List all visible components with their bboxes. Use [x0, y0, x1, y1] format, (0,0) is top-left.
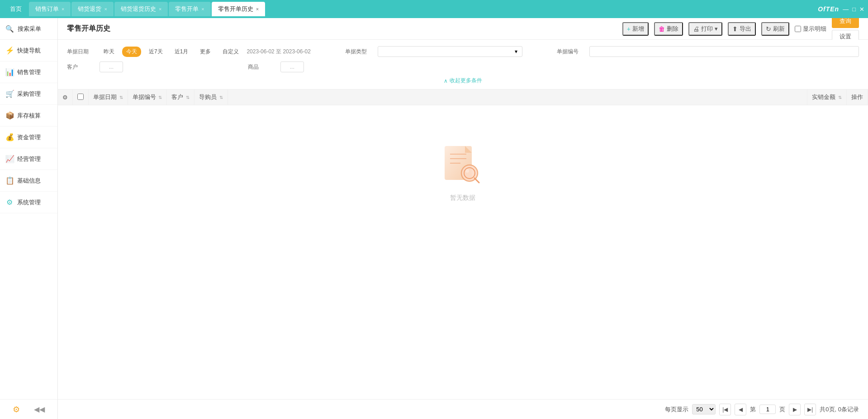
refresh-button[interactable]: ↻ 刷新 [761, 22, 789, 36]
page-number-input[interactable] [759, 405, 776, 414]
nav-right-controls: OfTEn — □ ✕ [818, 5, 864, 13]
per-page-select[interactable]: 50 10 20 100 [692, 404, 716, 414]
system-mgmt-icon: ⚙ [5, 198, 14, 207]
collapse-arrow-icon: ∧ [444, 78, 448, 84]
sidebar-item-purchase-mgmt[interactable]: 🛒 采购管理 [0, 83, 57, 105]
filter-area: 单据日期 昨天 今天 近7天 近1月 更多 自定义 2023-06-02 至 2… [58, 40, 868, 89]
sidebar-item-basic-info[interactable]: 📋 基础信息 [0, 170, 57, 192]
date-btn-1month[interactable]: 近1月 [171, 47, 193, 57]
date-range-display: 2023-06-02 至 2023-06-02 [247, 48, 310, 56]
sidebar-item-label-finance: 资金管理 [17, 133, 41, 141]
sidebar-item-system-mgmt[interactable]: ⚙ 系统管理 [0, 192, 57, 213]
sidebar: 🔍 搜索采单 ⚡ 快捷导航 📊 销售管理 🛒 采购管理 📦 库存核算 💰 资金管… [0, 18, 58, 419]
select-all-checkbox[interactable] [77, 94, 84, 100]
salesperson-sort-icon[interactable]: ⇅ [219, 95, 223, 100]
date-btn-7days[interactable]: 近7天 [145, 47, 167, 57]
th-date[interactable]: 单据日期 ⇅ [89, 89, 128, 105]
operations-icon: 📈 [5, 155, 14, 163]
th-number[interactable]: 单据编号 ⇅ [128, 89, 167, 105]
date-filter: 昨天 今天 近7天 近1月 更多 自定义 2023-06-02 至 2023-0… [100, 47, 311, 57]
query-button[interactable]: 查询 [832, 18, 859, 28]
tab-sales-order[interactable]: 销售订单 × [29, 2, 71, 16]
export-icon: ⬆ [732, 25, 738, 33]
collapse-filter-btn[interactable]: ∧ 收起更多条件 [67, 77, 859, 85]
tab-sales-return[interactable]: 销货退货 × [71, 2, 113, 16]
column-settings-icon[interactable]: ⚙ [62, 94, 68, 101]
tab-retail-open-close[interactable]: × [201, 6, 204, 12]
empty-state: 暂无数据 [58, 105, 868, 238]
last-page-btn[interactable]: ▶| [804, 404, 816, 415]
tab-retail-open[interactable]: 零售开单 × [169, 2, 210, 16]
tab-home[interactable]: 首页 [4, 2, 28, 16]
sidebar-item-sales-mgmt[interactable]: 📊 销售管理 [0, 61, 57, 83]
number-filter-input[interactable] [589, 46, 859, 57]
top-nav-bar: 首页 销售订单 × 销货退货 × 销货退货历史 × 零售开单 × 零售开单历史 … [0, 0, 868, 18]
customer-filter-label: 客户 [67, 63, 92, 71]
tab-sales-return-close[interactable]: × [104, 6, 107, 12]
date-btn-more[interactable]: 更多 [196, 47, 215, 57]
prev-page-btn[interactable]: ◀ [735, 404, 746, 415]
purchase-mgmt-icon: 🛒 [5, 89, 14, 98]
show-detail-label: 显示明细 [803, 25, 826, 33]
th-settings[interactable]: ⚙ [58, 89, 73, 105]
sidebar-item-label-inventory: 库存核算 [17, 112, 41, 120]
sidebar-item-label-operations: 经营管理 [17, 155, 41, 163]
tab-sales-order-close[interactable]: × [62, 6, 64, 12]
tab-retail-open-history[interactable]: 零售开单历史 × [212, 2, 265, 16]
sidebar-item-label-system-mgmt: 系统管理 [17, 198, 41, 207]
quick-nav-icon: ⚡ [5, 46, 14, 55]
search-icon: 🔍 [5, 25, 14, 33]
date-btn-custom[interactable]: 自定义 [218, 47, 243, 57]
window-minimize[interactable]: — [843, 6, 849, 13]
show-detail-checkbox-container[interactable]: 显示明细 [795, 25, 826, 33]
th-salesperson-label: 导购员 [199, 94, 217, 100]
product-filter-input[interactable]: ... [280, 61, 304, 72]
window-maximize[interactable]: □ [852, 6, 856, 13]
date-btn-today[interactable]: 今天 [122, 47, 141, 57]
export-button[interactable]: ⬆ 导出 [728, 22, 756, 36]
th-amount-label: 实销金额 [812, 94, 835, 100]
sidebar-bottom: ⚙ ◀◀ [0, 399, 57, 419]
inventory-icon: 📦 [5, 111, 14, 120]
th-checkbox[interactable] [73, 89, 89, 105]
add-button[interactable]: + 新增 [622, 22, 649, 36]
th-customer[interactable]: 客户 ⇅ [167, 89, 194, 105]
total-info: 共0页, 0条记录 [820, 405, 859, 414]
empty-text: 暂无数据 [450, 194, 475, 202]
product-filter-label: 商品 [248, 63, 273, 71]
customer-filter-input[interactable]: ... [100, 61, 123, 72]
export-label: 导出 [740, 25, 751, 33]
sidebar-search[interactable]: 🔍 搜索采单 [0, 18, 57, 40]
number-sort-icon[interactable]: ⇅ [158, 95, 162, 100]
next-page-btn[interactable]: ▶ [789, 404, 801, 415]
sidebar-item-label-basic-info: 基础信息 [17, 177, 41, 185]
date-sort-icon[interactable]: ⇅ [119, 95, 123, 100]
tab-sales-return-label: 销货退货 [78, 5, 101, 13]
type-filter-select[interactable]: ▾ [378, 46, 522, 57]
th-amount[interactable]: 实销金额 ⇅ [807, 89, 847, 105]
settings-icon[interactable]: ⚙ [13, 405, 20, 414]
tab-sales-return-history-label: 销货退货历史 [121, 5, 156, 13]
window-close[interactable]: ✕ [859, 6, 864, 13]
sidebar-item-operations[interactable]: 📈 经营管理 [0, 148, 57, 170]
toolbar: + 新增 🗑 删除 🖨 打印 ▾ ⬆ 导出 ↻ 刷新 [622, 22, 826, 36]
brand-logo: OfTEn [818, 5, 839, 13]
sidebar-item-inventory[interactable]: 📦 库存核算 [0, 105, 57, 127]
sidebar-item-quick-nav[interactable]: ⚡ 快捷导航 [0, 40, 57, 61]
show-detail-checkbox[interactable] [795, 26, 801, 32]
delete-button[interactable]: 🗑 删除 [654, 22, 683, 36]
first-page-btn[interactable]: |◀ [719, 404, 731, 415]
print-label: 打印 [701, 25, 713, 33]
th-spacer [228, 89, 807, 105]
tab-sales-return-history-close[interactable]: × [159, 6, 161, 12]
tab-retail-open-history-close[interactable]: × [256, 6, 259, 12]
customer-sort-icon[interactable]: ⇅ [186, 95, 190, 100]
print-button[interactable]: 🖨 打印 ▾ [688, 22, 722, 36]
date-btn-yesterday[interactable]: 昨天 [100, 47, 119, 57]
amount-sort-icon[interactable]: ⇅ [838, 95, 842, 100]
sidebar-item-finance[interactable]: 💰 资金管理 [0, 127, 57, 148]
collapse-sidebar-icon[interactable]: ◀◀ [34, 405, 45, 414]
tab-sales-return-history[interactable]: 销货退货历史 × [114, 2, 168, 16]
th-salesperson[interactable]: 导购员 ⇅ [194, 89, 228, 105]
tab-home-label: 首页 [10, 5, 22, 13]
